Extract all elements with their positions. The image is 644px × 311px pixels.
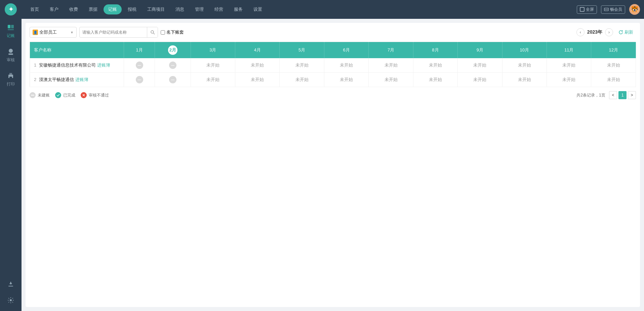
col-header-jan: 1月 [124,42,155,59]
cell-month-7: 未开始 [369,58,413,73]
nav-item-billing[interactable]: 收费 [65,4,83,14]
cell-month-12: 未开始 [591,73,636,87]
sidebar-item-bookkeeping[interactable]: 记账 [0,19,22,43]
table-row: 2漠澳太平畅捷通信 进账簿未开始未开始未开始未开始未开始未开始未开始未开始未开始… [30,73,636,87]
nav-item-operations[interactable]: 经营 [210,4,228,14]
row-num: 1 [34,63,36,68]
my-accounts-checkbox-input[interactable] [161,30,165,35]
svg-rect-1 [11,25,14,28]
booking-table: 客户名称 1月 2月 3月 4月 5月 6月 7月 8月 9月 10月 11月 [30,42,636,87]
nav-item-settings[interactable]: 设置 [249,4,267,14]
table-row: 1安徽畅捷通信息技术有限公司 进账簿未开始未开始未开始未开始未开始未开始未开始未… [30,58,636,73]
col-header-sep: 9月 [458,42,502,59]
row-num: 2 [34,77,36,82]
svg-rect-8 [8,286,13,286]
audit-icon [6,48,15,56]
current-month-indicator: 2月 [168,45,177,55]
legend-not-started-label: 未建账 [38,92,50,98]
year-next-button[interactable]: › [605,28,613,36]
nav-item-tax[interactable]: 报税 [123,4,141,14]
user-avatar[interactable]: 🐯 [629,4,640,15]
svg-line-18 [153,33,155,35]
svg-rect-10 [10,282,11,284]
page-next-button[interactable]: > [628,91,636,99]
nav-item-invoices[interactable]: 票据 [84,4,102,14]
nav-item-service[interactable]: 服务 [229,4,247,14]
svg-rect-2 [8,29,14,30]
col-header-jul: 7月 [369,42,413,59]
sidebar-item-print-label: 打印 [7,81,15,87]
cell-month-2[interactable] [155,58,191,73]
status-circle[interactable] [136,62,143,69]
nav-item-messages[interactable]: 消息 [171,4,189,14]
svg-rect-12 [580,7,584,11]
year-prev-button[interactable]: ‹ [576,28,585,36]
sidebar-item-audit-label: 审核 [7,57,15,63]
top-navigation: 首页 客户 收费 票据 记账 报税 工商项目 消息 管理 经营 服务 设置 全屏 [22,0,644,19]
legend-completed: 已完成 [55,92,75,98]
cell-month-12: 未开始 [591,58,636,73]
nav-item-home[interactable]: 首页 [26,4,44,14]
cell-company: 1安徽畅捷通信息技术有限公司 进账簿 [30,58,124,73]
table-footer: 未建账 已完成 审核不通过 共2条记录，1页 [30,87,636,101]
legend-rejected: 审核不通过 [81,92,109,98]
legend-grey-dot [30,92,36,98]
my-accounts-label: 名下账套 [166,29,184,35]
pagination-text: 共2条记录，1页 [576,92,605,98]
legend-rejected-label: 审核不通过 [89,92,109,98]
cell-month-11: 未开始 [547,73,591,87]
nav-right: 全屏 畅会员 🐯 [577,4,640,15]
nav-items: 首页 客户 收费 票据 记账 报税 工商项目 消息 管理 经营 服务 设置 [26,4,577,14]
search-button[interactable] [147,27,158,38]
fullscreen-button[interactable]: 全屏 [577,5,597,14]
cell-month-8: 未开始 [413,73,457,87]
enter-ledger-link[interactable]: 进账簿 [75,77,88,82]
print-icon [6,72,15,80]
my-accounts-checkbox[interactable]: 名下账套 [161,29,184,35]
svg-rect-7 [9,77,12,78]
cell-month-10: 未开始 [502,73,547,87]
year-display: 2023年 [587,29,602,35]
enter-ledger-link[interactable]: 进账簿 [97,63,110,68]
nav-item-bookkeeping[interactable]: 记账 [104,4,122,14]
refresh-button[interactable]: 刷新 [616,28,636,37]
cell-month-2[interactable] [155,73,191,87]
cell-month-11: 未开始 [547,58,591,73]
status-circle[interactable] [169,62,176,69]
bookkeeping-icon [6,24,15,32]
year-navigation: ‹ 2023年 › [576,28,613,36]
page-1-button[interactable]: 1 [618,91,627,99]
status-circle[interactable] [169,76,176,83]
cell-month-4: 未开始 [235,58,280,73]
svg-rect-19 [31,95,34,95]
page-prev-button[interactable]: < [609,91,617,99]
cell-month-8: 未开始 [413,58,457,73]
sidebar-bottom-download[interactable] [4,277,17,291]
svg-point-16 [607,9,608,10]
col-header-dec: 12月 [591,42,636,59]
status-circle[interactable] [136,76,143,83]
col-header-oct: 10月 [502,42,547,59]
search-input[interactable] [80,30,147,35]
cell-month-1[interactable] [124,73,155,87]
content-card: 👤 全部员工 ▼ 名下账套 [26,23,640,307]
svg-point-11 [10,299,12,301]
cell-month-1[interactable] [124,58,155,73]
svg-rect-6 [9,73,12,75]
sidebar-item-print[interactable]: 打印 [0,67,22,91]
nav-item-clients[interactable]: 客户 [45,4,63,14]
employee-label: 全部员工 [39,29,69,35]
employee-select[interactable]: 👤 全部员工 ▼ [30,27,77,38]
nav-item-manage[interactable]: 管理 [190,4,208,14]
svg-point-3 [9,49,13,53]
sidebar: ✦ 记账 审核 打印 [0,0,22,311]
table-header-row: 客户名称 1月 2月 3月 4月 5月 6月 7月 8月 9月 10月 11月 [30,42,636,59]
sidebar-item-audit[interactable]: 审核 [0,43,22,67]
vip-label: 畅会员 [610,7,622,12]
nav-item-bizproject[interactable]: 工商项目 [143,4,169,14]
search-box [79,27,158,38]
vip-button[interactable]: 畅会员 [601,5,625,14]
main-area: 首页 客户 收费 票据 记账 报税 工商项目 消息 管理 经营 服务 设置 全屏 [22,0,644,311]
svg-rect-0 [8,25,10,28]
sidebar-bottom-settings[interactable] [4,294,17,307]
